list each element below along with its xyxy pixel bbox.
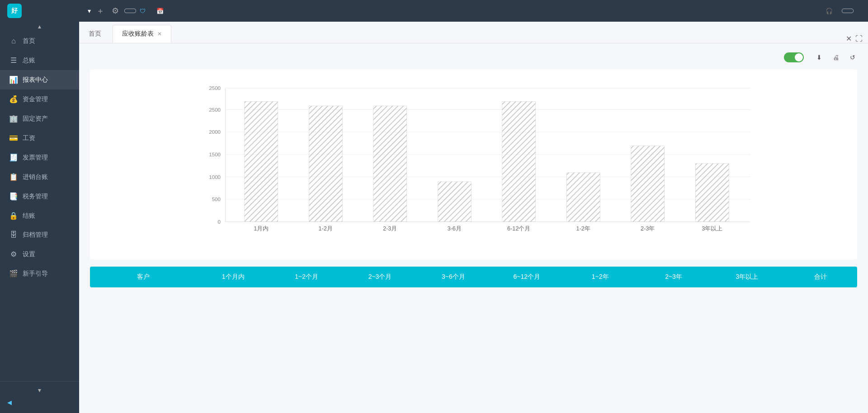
period-info: 📅 [151,8,164,14]
sidebar-label-close: 结账 [23,212,35,220]
add-button[interactable]: ＋ [94,4,106,18]
sidebar-label-guide: 新手引导 [23,270,48,278]
svg-text:3年以上: 3年以上 [702,225,722,232]
sidebar-icon-archive: 🗄 [9,231,18,239]
sidebar-icon-home: ⌂ [9,37,18,45]
sidebar-label-settings: 设置 [23,250,35,258]
sidebar-label-fixed-assets: 固定资产 [23,115,48,123]
sidebar-icon-reports: 📊 [9,75,18,84]
settings-icon[interactable]: ⚙ [110,4,121,18]
table-header-7: 2~3年 [637,267,710,287]
sidebar-icon-fixed-assets: 🏢 [9,114,18,123]
svg-text:1-2月: 1-2月 [319,225,333,232]
scroll-down-arrow[interactable]: ▼ [0,385,79,395]
refresh-button[interactable]: ↺ [850,54,857,61]
sidebar-item-trade[interactable]: 📋 进销台账 [0,167,79,187]
bar-chart-svg: 0 500 1000 1500 2000 2500 2500 [99,79,848,250]
page-content: ⬇ 🖨 ↺ [79,43,868,413]
refresh-icon: ↺ [850,54,855,61]
sidebar-label-archive: 归档管理 [23,231,48,239]
switch-version-button[interactable] [124,9,136,13]
sidebar-label-funds: 资金管理 [23,95,48,103]
svg-rect-26 [566,173,600,222]
page-header: ⬇ 🖨 ↺ [90,52,857,62]
table-header-0: 客户 [90,267,197,287]
svg-text:1月内: 1月内 [254,225,269,232]
table-header-8: 3年以上 [710,267,783,287]
sidebar-icon-close: 🔒 [9,211,18,220]
svg-rect-20 [373,106,407,222]
svg-text:500: 500 [212,196,221,202]
scroll-up-arrow[interactable]: ▲ [0,22,79,32]
page-actions: ⬇ 🖨 ↺ [784,52,857,62]
sidebar-label-ledger: 总账 [23,56,35,65]
shield-icon: 🛡 [140,8,146,14]
sidebar-item-tax[interactable]: 📑 税务管理 [0,187,79,206]
table-header-5: 6~12个月 [490,267,563,287]
chart-toggle[interactable] [784,52,804,62]
pin-button[interactable]: ◀ [0,395,79,409]
svg-text:0: 0 [218,219,221,225]
print-button[interactable]: 🖨 [833,54,841,61]
calendar-icon[interactable]: 📅 [156,8,164,14]
tab-aging[interactable]: 应收账龄表✕ [113,25,171,43]
svg-text:3-6月: 3-6月 [448,225,462,232]
sidebar-item-ledger[interactable]: ☰ 总账 [0,51,79,70]
certified-badge: 🛡 [140,8,147,14]
sidebar-item-fixed-assets[interactable]: 🏢 固定资产 [0,109,79,128]
svg-text:2500: 2500 [209,85,221,91]
sidebar-item-settings[interactable]: ⚙ 设置 [0,244,79,264]
sidebar-icon-ledger: ☰ [9,56,18,65]
consult-button[interactable]: 🎧 [826,8,835,14]
download-button[interactable]: ⬇ [816,54,824,61]
table-header-4: 3~6个月 [417,267,490,287]
admin-button[interactable] [842,9,854,13]
sidebar-icon-wages: 💳 [9,134,18,142]
sidebar-item-funds[interactable]: 💰 资金管理 [0,89,79,109]
sidebar-item-guide[interactable]: 🎬 新手引导 [0,264,79,283]
tab-close-aging[interactable]: ✕ [157,31,162,37]
sidebar-label-home: 首页 [23,37,35,45]
svg-text:6-12个月: 6-12个月 [507,225,530,232]
tab-controls: ✕ ⛶ [840,34,868,43]
sidebar-item-home[interactable]: ⌂ 首页 [0,32,79,51]
tab-home[interactable]: 首页 [79,25,111,43]
sidebar-label-invoices: 发票管理 [23,154,48,162]
sidebar-label-reports: 报表中心 [23,76,48,84]
close-tab-button[interactable]: ✕ [846,34,852,43]
expand-button[interactable]: ⛶ [855,35,863,43]
sidebar-item-wages[interactable]: 💳 工资 [0,128,79,148]
svg-text:2500: 2500 [209,107,221,113]
svg-text:1000: 1000 [209,174,221,180]
sidebar-item-close[interactable]: 🔒 结账 [0,206,79,225]
company-selector[interactable]: ▾ [85,7,91,14]
svg-rect-18 [309,106,342,222]
sidebar-label-tax: 税务管理 [23,192,48,201]
svg-rect-16 [245,102,278,222]
svg-text:2000: 2000 [209,129,221,135]
table-header-6: 1~2年 [563,267,637,287]
table-header: 客户1个月内1~2个月2~3个月3~6个月6~12个月1~2年2~3年3年以上合… [90,267,857,287]
table-header-2: 1~2个月 [270,267,343,287]
pin-icon: ◀ [7,399,12,406]
sidebar-icon-settings: ⚙ [9,250,18,258]
svg-rect-22 [438,182,471,222]
topbar-right: 🎧 [826,8,861,14]
sidebar: ▲ ⌂ 首页 ☰ 总账 📊 报表中心 💰 资金管理 🏢 固定资产 💳 工资 🧾 … [0,22,79,413]
logo-icon: 好 [7,4,22,18]
chart-toggle-group [784,52,807,62]
svg-rect-30 [695,164,729,222]
sidebar-item-archive[interactable]: 🗄 归档管理 [0,225,79,244]
chart-container: 0 500 1000 1500 2000 2500 2500 [90,70,857,259]
svg-rect-28 [631,146,665,222]
svg-text:2-3月: 2-3月 [383,225,397,232]
sidebar-icon-trade: 📋 [9,173,18,181]
sidebar-icon-tax: 📑 [9,192,18,201]
topbar: 好 ▾ ＋ ⚙ 🛡 📅 🎧 [0,0,868,22]
sidebar-item-invoices[interactable]: 🧾 发票管理 [0,148,79,167]
table-header-3: 2~3个月 [343,267,416,287]
sidebar-icon-funds: 💰 [9,95,18,103]
sidebar-item-reports[interactable]: 📊 报表中心 [0,70,79,89]
tab-bar: 首页应收账龄表✕ ✕ ⛶ [79,22,868,43]
logo-area: 好 [7,4,80,18]
